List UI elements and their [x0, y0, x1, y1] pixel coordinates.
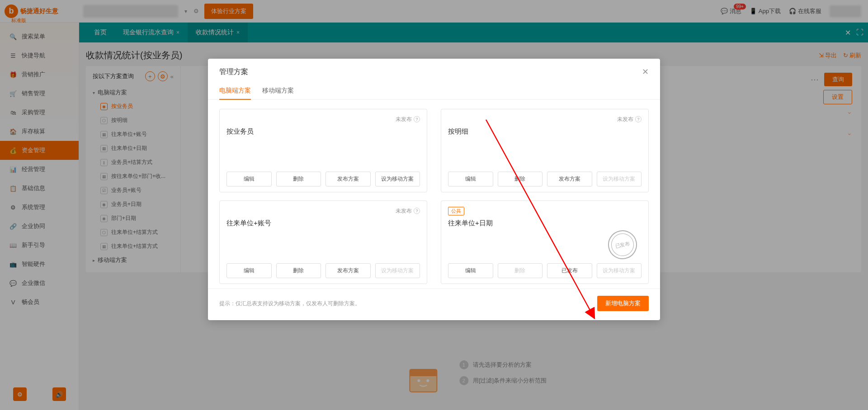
- public-badge: 公共: [448, 207, 464, 215]
- modal-footer: 提示：仅汇总表支持设为移动方案，仅发布人可删除方案。 新增电脑方案: [208, 289, 660, 320]
- plan-name: 往来单位+账号: [226, 219, 420, 263]
- modal-close-icon[interactable]: ✕: [642, 67, 649, 77]
- modal-tab-0[interactable]: 电脑端方案: [219, 82, 251, 99]
- new-plan-button[interactable]: 新增电脑方案: [597, 296, 649, 311]
- plan-card-0: 未发布?按业务员编辑删除发布方案设为移动方案: [219, 109, 427, 192]
- plan-btn-已发布[interactable]: 已发布: [547, 263, 592, 278]
- plan-btn-设为移动方案: 设为移动方案: [597, 172, 642, 186]
- modal-tab-1[interactable]: 移动端方案: [262, 82, 294, 99]
- modal-header: 管理方案 ✕: [208, 59, 660, 82]
- plan-card-1: 未发布?按明细编辑删除发布方案设为移动方案: [441, 109, 649, 192]
- plan-btn-发布方案[interactable]: 发布方案: [326, 172, 371, 186]
- plan-card-2: 未发布?往来单位+账号编辑删除发布方案设为移动方案: [219, 200, 427, 284]
- plan-btn-编辑[interactable]: 编辑: [226, 172, 272, 186]
- plan-btn-编辑[interactable]: 编辑: [448, 263, 493, 278]
- plan-btn-删除[interactable]: 删除: [498, 172, 543, 186]
- plan-btn-设为移动方案[interactable]: 设为移动方案: [375, 172, 420, 186]
- plan-btn-编辑[interactable]: 编辑: [448, 172, 493, 186]
- plan-btn-发布方案[interactable]: 发布方案: [547, 172, 592, 186]
- plan-card-3: 公共往来单位+日期已发布编辑删除已发布设为移动方案: [441, 200, 649, 284]
- plan-name: 按业务员: [226, 127, 420, 172]
- plan-status: 未发布: [396, 207, 412, 215]
- modal-body: 未发布?按业务员编辑删除发布方案设为移动方案未发布?按明细编辑删除发布方案设为移…: [208, 100, 660, 289]
- plan-btn-删除: 删除: [498, 263, 543, 278]
- plan-status: 未发布: [617, 116, 633, 123]
- modal-title: 管理方案: [219, 67, 248, 77]
- plan-btn-设为移动方案: 设为移动方案: [597, 263, 642, 278]
- modal-hint: 提示：仅汇总表支持设为移动方案，仅发布人可删除方案。: [219, 300, 360, 308]
- plan-btn-删除[interactable]: 删除: [276, 172, 321, 186]
- manage-plan-modal: 管理方案 ✕ 电脑端方案移动端方案 未发布?按业务员编辑删除发布方案设为移动方案…: [208, 59, 660, 320]
- plan-name: 按明细: [448, 127, 642, 172]
- plan-status: 未发布: [396, 116, 412, 123]
- plan-btn-编辑[interactable]: 编辑: [226, 263, 272, 278]
- help-icon[interactable]: ?: [414, 116, 420, 122]
- modal-tabs: 电脑端方案移动端方案: [208, 82, 660, 100]
- plan-btn-设为移动方案: 设为移动方案: [375, 263, 420, 278]
- help-icon[interactable]: ?: [635, 116, 642, 122]
- plan-btn-删除[interactable]: 删除: [276, 263, 321, 278]
- help-icon[interactable]: ?: [414, 208, 420, 214]
- plan-btn-发布方案[interactable]: 发布方案: [326, 263, 371, 278]
